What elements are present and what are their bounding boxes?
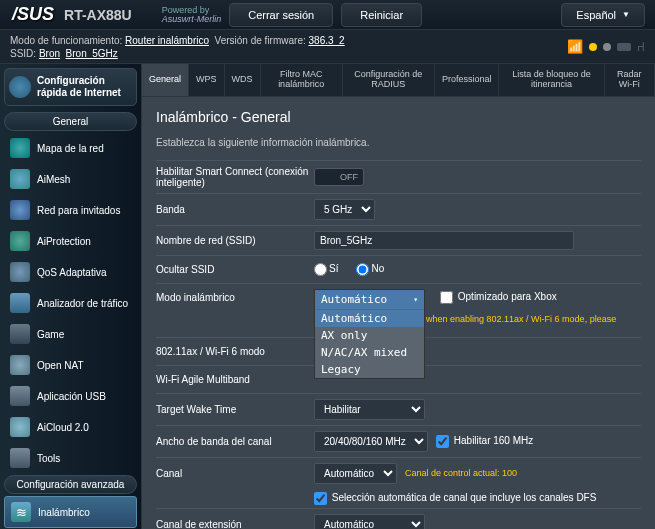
sidebar-item-opennat[interactable]: Open NAT: [4, 350, 137, 380]
language-select[interactable]: Español ▼: [561, 3, 645, 27]
tab-bar: General WPS WDS Filtro MAC inalámbrico C…: [142, 64, 655, 97]
mode-value[interactable]: Router inalámbrico: [125, 35, 209, 46]
sidebar-item-usb[interactable]: Aplicación USB: [4, 381, 137, 411]
ext-channel-label: Canal de extensión: [156, 519, 314, 529]
wireless-mode-dropdown[interactable]: Automático ▾ Automático AX only N/AC/AX …: [314, 289, 425, 379]
reboot-button[interactable]: Reiniciar: [341, 3, 422, 27]
sidebar: Configuración rápida de Internet General…: [0, 64, 142, 529]
wireless-mode-label: Modo inalámbrico: [156, 292, 314, 303]
smart-connect-toggle[interactable]: OFF: [314, 168, 364, 186]
usb-icon[interactable]: ⑁: [637, 39, 645, 54]
settings-panel: Inalámbrico - General Establezca la sigu…: [142, 97, 655, 529]
band-label: Banda: [156, 204, 314, 215]
twt-select[interactable]: Habilitar: [314, 399, 425, 420]
hide-ssid-label: Ocultar SSID: [156, 264, 314, 275]
bw160-checkbox[interactable]: [436, 435, 449, 448]
section-advanced: Configuración avanzada: [4, 475, 137, 494]
wireless-icon: ≋: [11, 502, 31, 522]
tab-wps[interactable]: WPS: [189, 64, 225, 96]
sidebar-item-netmap[interactable]: Mapa de la red: [4, 133, 137, 163]
ssid-label: SSID:: [10, 48, 36, 59]
hide-ssid-no[interactable]: [356, 263, 369, 276]
sidebar-item-guest[interactable]: Red para invitados: [4, 195, 137, 225]
tab-professional[interactable]: Professional: [435, 64, 500, 96]
section-general: General: [4, 112, 137, 131]
sidebar-item-game[interactable]: Game: [4, 319, 137, 349]
panel-title: Inalámbrico - General: [156, 109, 641, 125]
shield-icon: [10, 231, 30, 251]
powered-name: Asuswrt-Merlin: [162, 15, 222, 24]
quick-setup-label: Configuración rápida de Internet: [37, 75, 132, 99]
status-dot-gray[interactable]: [603, 43, 611, 51]
ext-channel-select[interactable]: Automático: [314, 514, 425, 529]
hide-ssid-yes[interactable]: [314, 263, 327, 276]
agile-label: Wi-Fi Agile Multiband: [156, 374, 314, 385]
language-label: Español: [576, 9, 616, 21]
fw-value[interactable]: 386.3_2: [309, 35, 345, 46]
mode-option-auto[interactable]: Automático: [315, 310, 424, 327]
globe-icon: [9, 76, 31, 98]
tab-roaming[interactable]: Lista de bloqueo de itinerancia: [499, 64, 604, 96]
mode-label: Modo de funcionamiento:: [10, 35, 122, 46]
model-name: RT-AX88U: [64, 7, 132, 23]
sidebar-item-aicloud[interactable]: AiCloud 2.0: [4, 412, 137, 442]
channel-label: Canal: [156, 468, 314, 479]
sidebar-item-wireless[interactable]: ≋Inalámbrico: [4, 496, 137, 528]
ssid1[interactable]: Bron: [39, 48, 60, 59]
guest-icon: [10, 200, 30, 220]
mode-option-axonly[interactable]: AX only: [315, 327, 424, 344]
quick-setup-button[interactable]: Configuración rápida de Internet: [4, 68, 137, 106]
aimesh-icon: [10, 169, 30, 189]
channel-current: Canal de control actual: 100: [405, 468, 517, 478]
ssid-input[interactable]: [314, 231, 574, 250]
logout-button[interactable]: Cerrar sesión: [229, 3, 333, 27]
smart-connect-label: Habilitar Smart Connect (conexión inteli…: [156, 166, 314, 188]
top-bar: /SUS RT-AX88U Powered by Asuswrt-Merlin …: [0, 0, 655, 30]
dfs-row: Selección automática de canal que incluy…: [156, 489, 641, 508]
usb-app-icon: [10, 386, 30, 406]
cloud-icon: [10, 417, 30, 437]
tools-icon: [10, 448, 30, 468]
status-dot-yellow[interactable]: [589, 43, 597, 51]
sidebar-item-traffic[interactable]: Analizador de tráfico: [4, 288, 137, 318]
band-select[interactable]: 5 GHz: [314, 199, 375, 220]
ssid2[interactable]: Bron_5GHz: [66, 48, 118, 59]
status-bar: Modo de funcionamiento: Router inalámbri…: [0, 30, 655, 64]
ax-mode-label: 802.11ax / Wi-Fi 6 modo: [156, 346, 314, 357]
chevron-down-icon: ▼: [622, 10, 630, 19]
tab-general[interactable]: General: [142, 64, 189, 96]
content-area: General WPS WDS Filtro MAC inalámbrico C…: [142, 64, 655, 529]
chevron-down-icon: ▾: [413, 295, 418, 304]
led-icon[interactable]: [617, 43, 631, 51]
brand-logo: /SUS: [0, 4, 62, 25]
fw-label: Versión de firmware:: [215, 35, 306, 46]
channel-select[interactable]: Automático: [314, 463, 397, 484]
sidebar-item-tools[interactable]: Tools: [4, 443, 137, 473]
sidebar-item-qos[interactable]: QoS Adaptativa: [4, 257, 137, 287]
bw-select[interactable]: 20/40/80/160 MHz: [314, 431, 428, 452]
panel-desc: Establezca la siguiente información inal…: [156, 137, 641, 148]
twt-label: Target Wake Time: [156, 404, 314, 415]
bw-label: Ancho de banda del canal: [156, 436, 314, 447]
game-icon: [10, 324, 30, 344]
powered-by: Powered by Asuswrt-Merlin: [162, 6, 222, 24]
tab-radar[interactable]: Radar Wi-Fi: [605, 64, 655, 96]
wireless-mode-selected[interactable]: Automático ▾: [315, 290, 424, 310]
qos-icon: [10, 262, 30, 282]
netmap-icon: [10, 138, 30, 158]
xbox-checkbox[interactable]: [440, 291, 453, 304]
sidebar-item-aimesh[interactable]: AiMesh: [4, 164, 137, 194]
mode-option-legacy[interactable]: Legacy: [315, 361, 424, 378]
tab-radius[interactable]: Configuración de RADIUS: [343, 64, 435, 96]
sidebar-item-aiprotection[interactable]: AiProtection: [4, 226, 137, 256]
traffic-icon: [10, 293, 30, 313]
tab-wds[interactable]: WDS: [225, 64, 261, 96]
dfs-checkbox[interactable]: [314, 492, 327, 505]
status-icons: 📶 ⑁: [567, 39, 645, 54]
nat-icon: [10, 355, 30, 375]
mode-option-mixed[interactable]: N/AC/AX mixed: [315, 344, 424, 361]
wifi-icon[interactable]: 📶: [567, 39, 583, 54]
ssid-field-label: Nombre de red (SSID): [156, 235, 314, 246]
tab-macfilter[interactable]: Filtro MAC inalámbrico: [261, 64, 343, 96]
